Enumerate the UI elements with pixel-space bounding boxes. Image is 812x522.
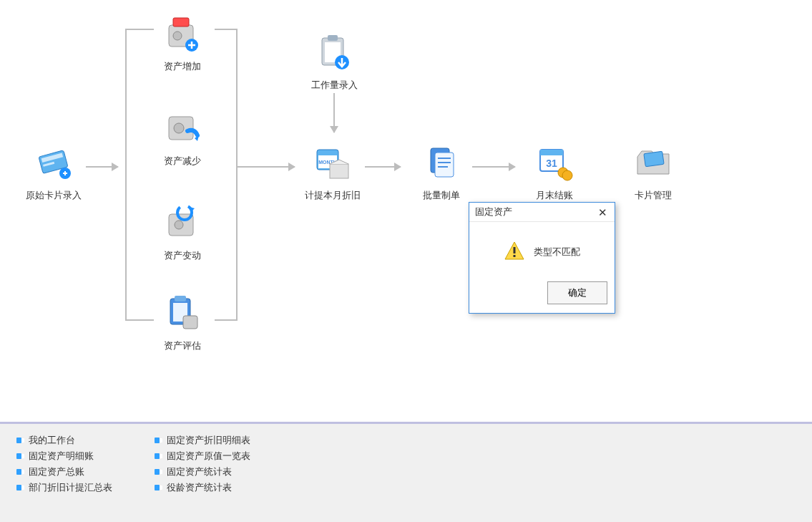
link-fa-stats[interactable]: 固定资产统计表: [155, 465, 250, 478]
bullet-icon: [155, 470, 162, 474]
dialog-footer: 确定: [469, 276, 615, 313]
ok-button[interactable]: 确定: [547, 281, 607, 304]
node-batch-voucher[interactable]: 批量制单: [409, 142, 474, 202]
svg-rect-16: [183, 316, 197, 329]
link-label: 部门折旧计提汇总表: [29, 481, 112, 494]
node-depreciation[interactable]: MONTH 计提本月折旧: [300, 142, 365, 202]
connector: [238, 166, 295, 168]
dialog-titlebar: 固定资产 ✕: [469, 203, 615, 222]
svg-rect-31: [540, 150, 563, 155]
svg-rect-15: [175, 296, 186, 301]
connector: [125, 29, 154, 30]
link-my-workbench[interactable]: 我的工作台: [17, 434, 112, 447]
link-fa-original-value[interactable]: 固定资产原值一览表: [155, 450, 250, 463]
link-fa-depr-detail[interactable]: 固定资产折旧明细表: [155, 434, 250, 447]
connector: [215, 319, 236, 321]
node-label: 资产减少: [150, 155, 215, 168]
node-label: 资产变动: [150, 249, 215, 262]
folder-card-icon: [632, 142, 675, 185]
connector: [236, 29, 238, 321]
svg-point-9: [174, 123, 184, 133]
bullet-icon: [155, 438, 162, 443]
connector: [365, 166, 401, 168]
svg-point-34: [562, 170, 572, 180]
connector: [125, 29, 127, 321]
bullet-icon: [155, 485, 162, 490]
calendar-coins-icon: 31: [533, 142, 576, 185]
bullet-icon: [17, 470, 24, 474]
svg-point-5: [173, 32, 182, 40]
node-original-card-entry[interactable]: 原始卡片录入: [21, 142, 86, 202]
link-label: 我的工作台: [29, 434, 75, 447]
bullet-icon: [17, 438, 24, 443]
bottom-link-panel: 我的工作台 固定资产明细账 固定资产总账 部门折旧计提汇总表 固定资产折旧明细表…: [0, 422, 812, 522]
svg-rect-37: [514, 255, 516, 257]
node-label: 工作量录入: [302, 79, 366, 92]
calendar-box-icon: MONTH: [311, 142, 354, 185]
safe-change-icon: [161, 202, 204, 245]
dialog-title-text: 固定资产: [475, 206, 512, 218]
node-label: 原始卡片录入: [21, 189, 86, 202]
svg-rect-36: [514, 247, 516, 253]
node-month-end[interactable]: 31 月末结账: [522, 142, 587, 202]
link-label: 固定资产统计表: [167, 465, 232, 478]
node-label: 资产增加: [150, 60, 215, 73]
warning-icon: [504, 241, 525, 263]
svg-rect-26: [435, 153, 454, 177]
connector: [472, 166, 515, 168]
bullet-icon: [17, 454, 24, 458]
node-asset-reduce[interactable]: 资产减少: [150, 107, 215, 168]
link-label: 固定资产折旧明细表: [167, 434, 250, 447]
node-label: 计提本月折旧: [300, 189, 365, 202]
clipboard-eval-icon: [161, 292, 204, 335]
svg-rect-35: [644, 151, 664, 166]
link-column-2: 固定资产折旧明细表 固定资产原值一览表 固定资产统计表 役龄资产统计表: [155, 434, 250, 512]
close-icon[interactable]: ✕: [597, 207, 609, 218]
svg-rect-19: [328, 35, 338, 41]
svg-rect-6: [173, 18, 189, 26]
svg-point-11: [175, 221, 183, 229]
node-asset-add[interactable]: 资产增加: [150, 13, 215, 73]
safe-add-icon: [161, 13, 204, 56]
documents-icon: [420, 142, 463, 185]
link-column-1: 我的工作台 固定资产明细账 固定资产总账 部门折旧计提汇总表: [17, 434, 112, 512]
link-label: 役龄资产统计表: [167, 481, 232, 494]
node-card-manage[interactable]: 卡片管理: [621, 142, 685, 202]
node-label: 资产评估: [150, 339, 215, 352]
node-label: 卡片管理: [621, 189, 685, 202]
link-service-age-stats[interactable]: 役龄资产统计表: [155, 481, 250, 494]
link-fa-general-ledger[interactable]: 固定资产总账: [17, 465, 112, 478]
link-label: 固定资产明细账: [29, 450, 94, 463]
connector: [86, 166, 118, 168]
clipboard-download-icon: [313, 32, 356, 74]
workflow-canvas: 原始卡片录入 资产增加 资产减少: [0, 0, 812, 415]
card-icon: [32, 142, 75, 185]
link-label: 固定资产原值一览表: [167, 450, 250, 463]
dialog-message: 类型不匹配: [534, 246, 580, 258]
bullet-icon: [17, 485, 24, 490]
connector: [125, 319, 154, 321]
safe-reduce-icon: [161, 107, 204, 150]
svg-rect-24: [330, 164, 348, 178]
link-label: 固定资产总账: [29, 465, 84, 478]
node-label: 月末结账: [522, 189, 587, 202]
node-asset-eval[interactable]: 资产评估: [150, 292, 215, 352]
message-dialog: 固定资产 ✕ 类型不匹配 确定: [469, 202, 615, 314]
connector: [215, 29, 236, 30]
dialog-body: 类型不匹配: [469, 222, 615, 276]
link-dept-depr-summary[interactable]: 部门折旧计提汇总表: [17, 481, 112, 494]
svg-text:31: 31: [546, 158, 557, 169]
node-label: 批量制单: [409, 189, 474, 202]
link-fa-detail-ledger[interactable]: 固定资产明细账: [17, 450, 112, 463]
node-workload-entry[interactable]: 工作量录入: [302, 32, 366, 92]
node-asset-change[interactable]: 资产变动: [150, 202, 215, 262]
bullet-icon: [155, 454, 162, 458]
connector: [333, 93, 335, 132]
